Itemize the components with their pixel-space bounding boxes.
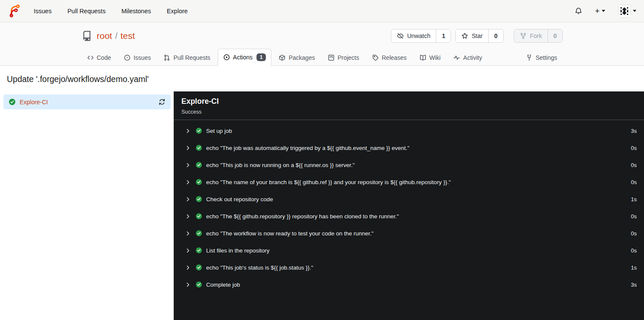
tab-label: Packages (288, 54, 315, 61)
nav-link-milestones[interactable]: Milestones (121, 8, 151, 15)
step-name: echo "This job is now running on a ${{ r… (206, 162, 355, 168)
check-circle-icon (195, 264, 202, 271)
refresh-icon[interactable] (158, 98, 166, 106)
nav-link-issues[interactable]: Issues (34, 8, 52, 15)
step-duration: 1s (626, 264, 637, 271)
step-row[interactable]: Complete job 3s (174, 276, 644, 293)
chevron-down-icon (633, 10, 636, 12)
job-log-panel: Explore-CI Success Set up job 3s (174, 91, 644, 320)
watch-count[interactable]: 1 (436, 29, 451, 42)
tab-wiki[interactable]: Wiki (414, 50, 446, 65)
navbar-right: + (575, 5, 636, 18)
step-name: echo "The job was automatically triggere… (206, 145, 409, 151)
chevron-right-icon[interactable] (185, 197, 191, 202)
step-row[interactable]: echo "The ${{ github.repository }} repos… (174, 208, 644, 225)
tab-releases[interactable]: Releases (367, 50, 412, 65)
step-row[interactable]: Check out repository code 1s (174, 191, 644, 208)
check-circle-icon (195, 179, 202, 185)
repo-owner-link[interactable]: root (97, 31, 112, 41)
repo-tabs: Code Issues (82, 49, 563, 65)
user-avatar-menu[interactable] (618, 5, 636, 18)
step-row[interactable]: echo "The job was automatically triggere… (174, 139, 644, 156)
job-name: Explore-CI (20, 99, 48, 106)
navbar-links: Issues Pull Requests Milestones Explore (34, 8, 188, 15)
job-log-title: Explore-CI (181, 97, 636, 106)
chevron-right-icon[interactable] (185, 179, 191, 185)
chevron-right-icon[interactable] (185, 265, 191, 270)
repo-separator: / (115, 31, 118, 41)
tab-settings[interactable]: Settings (520, 50, 563, 65)
chevron-right-icon[interactable] (185, 162, 191, 168)
create-new-menu[interactable]: + (595, 8, 605, 15)
step-row[interactable]: echo "The name of your branch is ${{ git… (174, 173, 644, 191)
actions-count-badge: 1 (256, 53, 266, 61)
fork-count: 0 (548, 29, 562, 42)
tab-projects[interactable]: Projects (322, 50, 365, 65)
step-duration: 3s (626, 128, 637, 134)
step-name: echo "The ${{ github.repository }} repos… (206, 213, 399, 220)
tab-label: Releases (382, 54, 407, 61)
star-button[interactable]: Star 0 (455, 29, 503, 43)
step-name: echo "The workflow is now ready to test … (206, 230, 373, 237)
tab-pull-requests[interactable]: Pull Requests (158, 50, 216, 65)
step-duration: 0s (626, 230, 637, 237)
tab-label: Pull Requests (173, 54, 210, 61)
jobs-sidebar: Explore-CI (0, 91, 174, 320)
step-name: List files in the repository (206, 247, 270, 254)
job-item-explore-ci[interactable]: Explore-CI (3, 94, 171, 109)
step-name: Check out repository code (206, 196, 273, 203)
repo-title-row: root / test Unwatch (82, 29, 563, 43)
step-name: Set up job (206, 128, 232, 134)
tab-code[interactable]: Code (82, 50, 117, 65)
step-duration: 0s (626, 162, 637, 168)
step-row[interactable]: echo "This job's status is ${{ job.statu… (174, 259, 644, 276)
step-duration: 1s (626, 196, 637, 203)
top-navbar: Issues Pull Requests Milestones Explore … (0, 0, 644, 22)
tab-activity[interactable]: Activity (448, 50, 487, 65)
step-duration: 0s (626, 213, 637, 220)
repo-name-link[interactable]: test (120, 31, 135, 41)
check-circle-icon (195, 281, 202, 288)
eye-slash-icon (397, 32, 404, 39)
step-name: echo "The name of your branch is ${{ git… (206, 179, 451, 185)
fork-label: Fork (530, 32, 542, 39)
tab-packages[interactable]: Packages (273, 50, 320, 65)
check-circle-icon (195, 247, 202, 254)
fork-button: Fork 0 (514, 29, 563, 43)
repo-breadcrumb: root / test (97, 31, 135, 41)
tab-issues[interactable]: Issues (118, 50, 156, 65)
git-pull-request-icon (163, 54, 170, 61)
tab-actions[interactable]: Actions 1 (218, 49, 272, 66)
play-circle-icon (223, 54, 230, 61)
step-row[interactable]: Set up job 3s (174, 122, 644, 139)
step-row[interactable]: List files in the repository 0s (174, 242, 644, 259)
star-count[interactable]: 0 (488, 29, 503, 42)
forgejo-logo-icon[interactable] (8, 4, 21, 18)
chevron-right-icon[interactable] (185, 214, 191, 219)
nav-link-pull-requests[interactable]: Pull Requests (67, 8, 105, 15)
notifications-bell-icon[interactable] (575, 7, 582, 15)
tab-label: Wiki (429, 54, 440, 61)
issue-circle-icon (124, 54, 131, 61)
tab-label: Code (97, 54, 111, 61)
chevron-right-icon[interactable] (185, 128, 191, 134)
chevron-right-icon[interactable] (185, 282, 191, 288)
step-duration: 0s (626, 145, 637, 151)
chevron-right-icon[interactable] (185, 145, 191, 151)
step-row[interactable]: echo "This job is now running on a ${{ r… (174, 156, 644, 173)
run-content: Explore-CI Explore-CI Success (0, 91, 644, 320)
check-circle-icon (195, 213, 202, 220)
step-name: Complete job (206, 282, 240, 288)
star-icon (461, 32, 468, 39)
user-avatar (618, 5, 631, 18)
tab-label: Settings (536, 54, 557, 61)
chevron-right-icon[interactable] (185, 231, 191, 236)
unwatch-label: Unwatch (407, 32, 430, 39)
chevron-right-icon[interactable] (185, 248, 191, 253)
nav-link-explore[interactable]: Explore (167, 8, 188, 15)
repo-header: root / test Unwatch (0, 22, 644, 66)
unwatch-button[interactable]: Unwatch 1 (391, 29, 451, 43)
chevron-down-icon (602, 10, 605, 12)
step-row[interactable]: echo "The workflow is now ready to test … (174, 225, 644, 242)
check-circle-icon (195, 144, 202, 151)
